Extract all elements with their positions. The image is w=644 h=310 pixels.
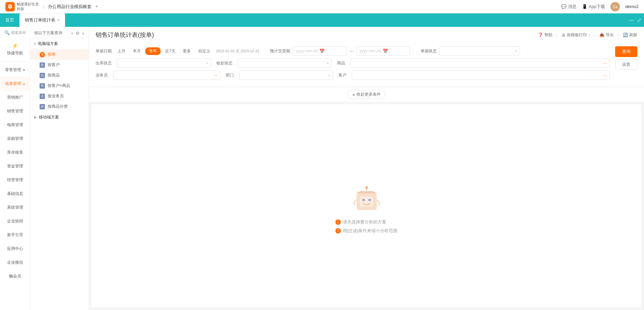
sidebar-item-wholesale[interactable]: 批发管理 ▴ bbox=[0, 77, 30, 91]
filter-row-1: 单据日期 上月 本月 本年 近7天 更多 自定义 2023-01-01 至 20… bbox=[96, 46, 637, 83]
mobile-scheme-group: ▶ 移动端方案 bbox=[30, 112, 89, 123]
top-bar-left: 畅捷通好生意 标版 | 办公用品行业模拟账套 ▾ bbox=[5, 2, 98, 11]
sidebar-item-member[interactable]: 畅会员 bbox=[0, 269, 30, 283]
svg-point-0 bbox=[10, 7, 10, 8]
scheme-item-bycustomer[interactable]: 客 按客户 bbox=[30, 60, 89, 70]
sidebar-item-guide[interactable]: 新手引导 bbox=[0, 228, 30, 242]
tab-home[interactable]: 首页 bbox=[0, 13, 19, 27]
sidebar-search-label: 搜索菜单 bbox=[11, 30, 26, 35]
salesperson-dots[interactable]: ··· bbox=[213, 72, 217, 78]
sidebar-search[interactable]: 🔍 搜索菜单 bbox=[0, 27, 30, 39]
sidebar-item-ecommerce[interactable]: 电商管理 bbox=[0, 118, 30, 132]
sidebar: 🔍 搜索菜单 ⚡ 快捷导航 零售管理 ▾ 批发管理 ▴ 营销推广 销售管理 电商… bbox=[0, 27, 30, 310]
sidebar-item-wechat[interactable]: 企业微信 bbox=[0, 256, 30, 269]
date-btn-7days[interactable]: 近7天 bbox=[162, 47, 178, 55]
collapse-btn[interactable]: ∧ 收起更多条件 bbox=[348, 90, 385, 99]
sidebar-item-operations[interactable]: 经营管理 bbox=[0, 173, 30, 187]
scheme-icon-bycustomergoods: 客 bbox=[40, 83, 45, 89]
collapse-arrow-icon: ∧ bbox=[352, 92, 355, 97]
filter-left: 单据日期 上月 本月 本年 近7天 更多 自定义 2023-01-01 至 20… bbox=[96, 46, 610, 83]
sidebar-item-marketing[interactable]: 营销推广 bbox=[0, 91, 30, 104]
tab-maximize-btn[interactable]: ⤢ bbox=[637, 17, 641, 23]
svg-rect-3 bbox=[362, 199, 365, 201]
sidebar-item-retail[interactable]: 零售管理 ▾ bbox=[0, 63, 30, 77]
message-icon: 💬 bbox=[561, 4, 567, 9]
customer-dots[interactable]: ··· bbox=[603, 72, 607, 78]
main-area: 🔍 搜索菜单 ⚡ 快捷导航 零售管理 ▾ 批发管理 ▴ 营销推广 销售管理 电商… bbox=[0, 27, 644, 310]
date-label: 单据日期 bbox=[96, 48, 112, 54]
customer-label: 客户 bbox=[338, 72, 346, 78]
sidebar-item-finance[interactable]: 资金管理 bbox=[0, 159, 30, 173]
quick-nav-icon: ⚡ bbox=[12, 43, 18, 49]
scheme-item-bygoods[interactable]: 品 按商品 bbox=[30, 70, 89, 81]
scheme-icon-byorder: 按 bbox=[40, 52, 45, 57]
sidebar-item-purchase[interactable]: 采购管理 bbox=[0, 132, 30, 146]
sidebar-item-appcenter[interactable]: 应用中心 bbox=[0, 242, 30, 256]
salesperson-input-wrapper: ··· bbox=[113, 70, 220, 80]
retail-arrow: ▾ bbox=[23, 68, 25, 72]
breadcrumb-sep: | bbox=[43, 4, 44, 9]
user-name[interactable]: demo2 bbox=[625, 4, 639, 9]
setting-btn[interactable]: 设置 bbox=[615, 59, 637, 70]
sidebar-quick-nav[interactable]: ⚡ 快捷导航 bbox=[0, 39, 30, 60]
download-icon: 📱 bbox=[582, 4, 587, 9]
search-icon: 🔍 bbox=[4, 30, 10, 35]
page-title: 销售订单统计表(按单) bbox=[96, 31, 154, 39]
desktop-group-header[interactable]: ▾ 电脑端方案 bbox=[30, 38, 89, 49]
app-download-btn[interactable]: 📱 App下载 bbox=[582, 4, 605, 10]
scheme-item-bycustomergoods[interactable]: 客 按客户+商品 bbox=[30, 81, 89, 91]
calendar-icon-2: 📅 bbox=[383, 49, 388, 54]
receipt-status-select[interactable]: ▾ bbox=[238, 58, 332, 68]
customer-input-wrapper: ··· bbox=[352, 70, 610, 80]
filter-row-2: 出库状态 ▾ 收款状态 ▾ 商品 bbox=[96, 58, 610, 68]
search-btn[interactable]: 查询 bbox=[615, 46, 637, 57]
scheme-item-bycategory[interactable]: 类 按商品分类 bbox=[30, 101, 89, 112]
tab-close-btn[interactable]: × bbox=[57, 18, 60, 22]
empty-hint-1: 1 请先选择要分析的方案 bbox=[335, 219, 397, 225]
tab-active[interactable]: 销售订单统计表 × bbox=[19, 13, 65, 27]
svg-point-6 bbox=[365, 186, 368, 189]
print-btn[interactable]: 🖨 按模板打印 ▾ bbox=[561, 32, 590, 38]
expected-date-label: 预计交货期 bbox=[270, 48, 290, 54]
sidebar-item-basic[interactable]: 基础信息 bbox=[0, 187, 30, 201]
message-btn[interactable]: 💬 消息 bbox=[561, 4, 577, 10]
collapse-panel-btn[interactable]: « bbox=[82, 31, 85, 36]
scheme-item-byorder[interactable]: 按 按单 bbox=[30, 49, 89, 60]
empty-state: 1 请先选择要分析的方案 2 用[过滤]条件来缩小分析范围 bbox=[92, 104, 641, 307]
dept-select[interactable]: ▾ bbox=[239, 70, 333, 80]
desktop-group-label: 电脑端方案 bbox=[38, 41, 58, 47]
date-btn-more[interactable]: 更多 bbox=[180, 47, 194, 55]
date-btn-lastmonth[interactable]: 上月 bbox=[114, 47, 128, 55]
refresh-btn[interactable]: 🔄 刷新 bbox=[623, 32, 637, 38]
print-dropdown-arrow: ▾ bbox=[588, 33, 590, 37]
date-btn-custom[interactable]: 自定义 bbox=[195, 47, 213, 55]
wholesale-label: 批发管理 bbox=[5, 81, 21, 87]
add-scheme-btn[interactable]: + bbox=[71, 31, 73, 36]
hint-num-2: 2 bbox=[335, 228, 341, 234]
scheme-icon-bycustomer: 客 bbox=[40, 62, 45, 68]
dropdown-arrow-app[interactable]: ▾ bbox=[96, 4, 98, 9]
export-btn[interactable]: 📤 导出 bbox=[599, 32, 614, 38]
empty-illustration bbox=[348, 178, 385, 215]
sidebar-item-collab[interactable]: 企业协同 bbox=[0, 214, 30, 228]
user-avatar[interactable]: Ea bbox=[610, 2, 620, 11]
goods-dots[interactable]: ··· bbox=[603, 60, 607, 66]
refresh-icon: 🔄 bbox=[623, 33, 628, 37]
left-panel-title: 按以下方案查询 bbox=[34, 30, 62, 36]
scheme-settings-btn[interactable]: ⚙ bbox=[75, 31, 80, 36]
scheme-item-bysalesperson[interactable]: 员 按业务员 bbox=[30, 91, 89, 101]
ship-status-select[interactable]: ▾ bbox=[117, 58, 211, 68]
sidebar-item-system[interactable]: 系统管理 bbox=[0, 201, 30, 214]
date-btn-thisyear[interactable]: 本年 bbox=[145, 47, 161, 55]
help-btn[interactable]: ❓ 帮助 bbox=[538, 32, 552, 38]
order-status-select[interactable]: ▾ bbox=[439, 46, 520, 56]
scheme-icon-bysalesperson: 员 bbox=[40, 94, 45, 99]
scheme-icon-bycategory: 类 bbox=[40, 104, 45, 109]
date-btn-thismonth[interactable]: 本月 bbox=[130, 47, 144, 55]
mobile-group-header[interactable]: ▶ 移动端方案 bbox=[30, 112, 89, 123]
tab-minimize-btn[interactable]: — bbox=[629, 17, 634, 23]
sidebar-item-sales[interactable]: 销售管理 bbox=[0, 104, 30, 118]
sidebar-item-inventory[interactable]: 库存核算 bbox=[0, 146, 30, 159]
expected-date-start[interactable]: yyyy-mm-dd 📅 bbox=[293, 46, 346, 56]
expected-date-end[interactable]: yyyy-mm-dd 📅 bbox=[356, 46, 410, 56]
